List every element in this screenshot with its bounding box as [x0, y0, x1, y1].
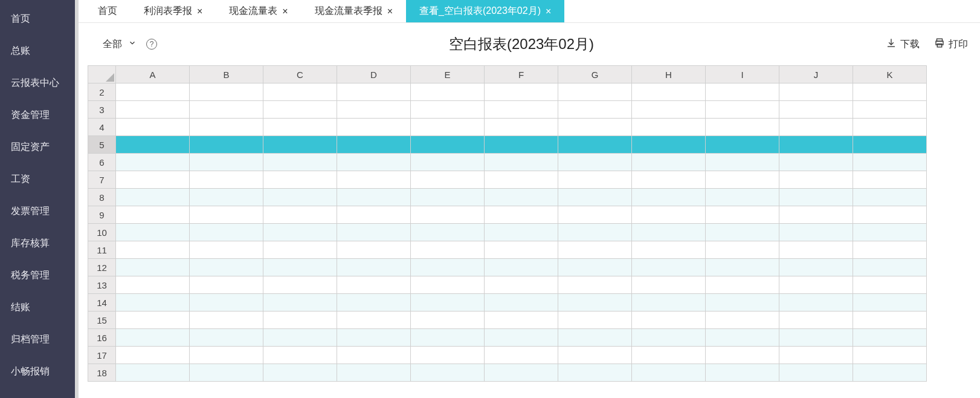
cell[interactable]	[558, 206, 632, 224]
cell[interactable]	[190, 241, 263, 259]
row-header[interactable]: 17	[88, 347, 116, 364]
help-icon[interactable]: ?	[146, 39, 157, 50]
cell[interactable]	[337, 83, 411, 101]
cell[interactable]	[263, 241, 337, 259]
column-header[interactable]: D	[337, 66, 411, 83]
column-header[interactable]: J	[779, 66, 853, 83]
cell[interactable]	[853, 154, 927, 171]
cell[interactable]	[558, 347, 632, 364]
cell[interactable]	[190, 119, 263, 136]
row-header[interactable]: 11	[88, 241, 116, 259]
cell[interactable]	[337, 101, 411, 119]
close-icon[interactable]: ×	[546, 7, 551, 16]
cell[interactable]	[263, 259, 337, 276]
filter-dropdown[interactable]: 全部 ?	[103, 38, 157, 51]
cell[interactable]	[853, 119, 927, 136]
cell[interactable]	[337, 294, 411, 312]
cell[interactable]	[779, 119, 853, 136]
cell[interactable]	[632, 119, 706, 136]
cell[interactable]	[337, 364, 411, 382]
cell[interactable]	[485, 206, 558, 224]
cell[interactable]	[411, 294, 485, 312]
cell[interactable]	[779, 101, 853, 119]
sidebar-item[interactable]: 首页	[0, 3, 79, 35]
cell[interactable]	[558, 224, 632, 241]
sidebar-item[interactable]: 工资	[0, 163, 79, 195]
tab[interactable]: 现金流量表季报×	[301, 0, 406, 22]
cell[interactable]	[706, 259, 779, 276]
cell[interactable]	[337, 347, 411, 364]
cell[interactable]	[632, 136, 706, 154]
cell[interactable]	[632, 83, 706, 101]
cell[interactable]	[558, 189, 632, 206]
cell[interactable]	[411, 241, 485, 259]
cell[interactable]	[116, 241, 190, 259]
cell[interactable]	[558, 276, 632, 294]
cell[interactable]	[116, 294, 190, 312]
cell[interactable]	[485, 347, 558, 364]
cell[interactable]	[558, 119, 632, 136]
cell[interactable]	[558, 154, 632, 171]
cell[interactable]	[337, 312, 411, 329]
cell[interactable]	[779, 83, 853, 101]
cell[interactable]	[485, 364, 558, 382]
sidebar-item[interactable]: 结账	[0, 292, 79, 324]
cell[interactable]	[116, 119, 190, 136]
cell[interactable]	[779, 329, 853, 347]
cell[interactable]	[706, 206, 779, 224]
cell[interactable]	[558, 329, 632, 347]
cell[interactable]	[116, 312, 190, 329]
cell[interactable]	[263, 83, 337, 101]
cell[interactable]	[632, 294, 706, 312]
sidebar-item[interactable]: 固定资产	[0, 131, 79, 163]
cell[interactable]	[779, 364, 853, 382]
column-header[interactable]: C	[263, 66, 337, 83]
cell[interactable]	[485, 101, 558, 119]
row-header[interactable]: 3	[88, 101, 116, 119]
cell[interactable]	[337, 189, 411, 206]
cell[interactable]	[263, 276, 337, 294]
cell[interactable]	[706, 329, 779, 347]
cell[interactable]	[779, 259, 853, 276]
cell[interactable]	[263, 206, 337, 224]
column-header[interactable]: I	[706, 66, 779, 83]
cell[interactable]	[411, 329, 485, 347]
row-header[interactable]: 6	[88, 154, 116, 171]
cell[interactable]	[411, 347, 485, 364]
cell[interactable]	[116, 224, 190, 241]
cell[interactable]	[337, 241, 411, 259]
cell[interactable]	[116, 136, 190, 154]
sidebar-item[interactable]: 税务管理	[0, 259, 79, 292]
sidebar-item[interactable]: 库存核算	[0, 227, 79, 259]
cell[interactable]	[853, 224, 927, 241]
sidebar-item[interactable]: 发票管理	[0, 195, 79, 227]
cell[interactable]	[853, 259, 927, 276]
cell[interactable]	[779, 276, 853, 294]
cell[interactable]	[337, 329, 411, 347]
cell[interactable]	[485, 241, 558, 259]
cell[interactable]	[632, 154, 706, 171]
sidebar-item[interactable]: 云报表中心	[0, 67, 79, 99]
cell[interactable]	[779, 189, 853, 206]
cell[interactable]	[853, 276, 927, 294]
cell[interactable]	[485, 224, 558, 241]
cell[interactable]	[337, 119, 411, 136]
cell[interactable]	[706, 83, 779, 101]
cell[interactable]	[411, 101, 485, 119]
cell[interactable]	[485, 294, 558, 312]
download-button[interactable]: 下载	[886, 38, 920, 51]
cell[interactable]	[558, 101, 632, 119]
sidebar-item[interactable]: 资金管理	[0, 99, 79, 131]
sidebar-item[interactable]: 小畅报销	[0, 356, 79, 388]
tab[interactable]: 现金流量表×	[216, 0, 301, 22]
cell[interactable]	[558, 241, 632, 259]
cell[interactable]	[558, 364, 632, 382]
close-icon[interactable]: ×	[197, 7, 202, 16]
cell[interactable]	[706, 154, 779, 171]
row-header[interactable]: 15	[88, 312, 116, 329]
cell[interactable]	[853, 171, 927, 189]
column-header[interactable]: K	[853, 66, 927, 83]
cell[interactable]	[853, 206, 927, 224]
cell[interactable]	[411, 224, 485, 241]
cell[interactable]	[190, 101, 263, 119]
